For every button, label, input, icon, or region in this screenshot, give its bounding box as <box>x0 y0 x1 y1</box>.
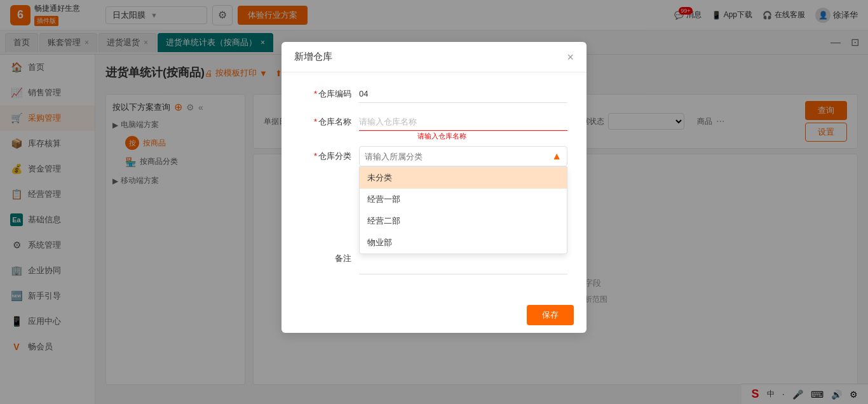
dropdown-item-2[interactable]: 经营二部 <box>360 210 567 232</box>
dropdown-item-3[interactable]: 物业部 <box>360 232 567 253</box>
name-label: 仓库名称 <box>301 116 351 128</box>
add-warehouse-modal: 新增仓库 × 仓库编码 仓库名称 请输入仓库名称 仓库分类 ▲ <box>281 42 587 333</box>
dropdown-item-0[interactable]: 未分类 <box>360 167 567 189</box>
modal-body: 仓库编码 仓库名称 请输入仓库名称 仓库分类 ▲ 未分类 经营一部 经 <box>281 72 587 297</box>
save-button[interactable]: 保存 <box>527 305 574 325</box>
code-input[interactable] <box>359 85 567 103</box>
category-dropdown-trigger[interactable]: ▲ <box>359 146 567 166</box>
category-label: 仓库分类 <box>301 151 351 162</box>
modal-header: 新增仓库 × <box>281 42 587 72</box>
category-input[interactable] <box>365 152 552 161</box>
form-row-name: 仓库名称 请输入仓库名称 <box>301 113 567 131</box>
form-row-category: 仓库分类 ▲ 未分类 经营一部 经营二部 物业部 <box>301 146 567 166</box>
name-input[interactable] <box>359 113 567 131</box>
modal-title: 新增仓库 <box>294 51 332 63</box>
dropdown-item-1[interactable]: 经营一部 <box>360 189 567 210</box>
name-error-msg: 请输入仓库名称 <box>417 131 466 141</box>
modal-footer: 保存 <box>281 297 587 333</box>
modal-close-button[interactable]: × <box>567 51 574 63</box>
category-dropdown-list: 未分类 经营一部 经营二部 物业部 <box>359 166 567 254</box>
category-wrap: ▲ 未分类 经营一部 经营二部 物业部 <box>359 146 567 166</box>
code-label: 仓库编码 <box>301 88 351 100</box>
note-label: 备注 <box>301 253 351 264</box>
dropdown-up-arrow: ▲ <box>552 151 562 162</box>
form-row-code: 仓库编码 <box>301 85 567 103</box>
